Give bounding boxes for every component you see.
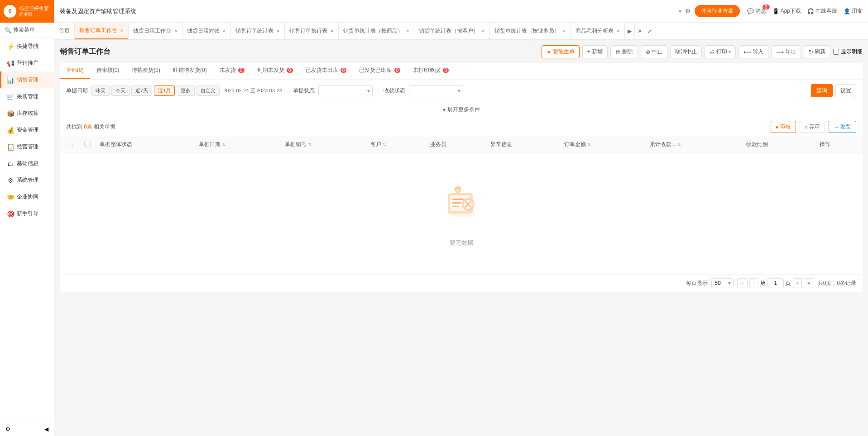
enterprise-icon: 🤝: [7, 194, 14, 201]
settings-icon[interactable]: ⚙: [5, 426, 10, 432]
status-select[interactable]: [318, 85, 373, 96]
show-detail-checkbox-wrapper[interactable]: 显示明细: [833, 48, 863, 56]
sidebar-item-enterprise[interactable]: 🤝 企业协同: [0, 189, 54, 205]
online-service-item[interactable]: 🎧 在线客服: [807, 7, 837, 15]
import-button[interactable]: ⟵ 导入: [739, 45, 768, 58]
sidebar-item-system[interactable]: ⚙ 系统管理: [0, 172, 54, 189]
collapse-icon[interactable]: ◀: [44, 426, 48, 432]
audit-button[interactable]: ● 审核: [771, 121, 796, 133]
th-date[interactable]: 单据日期 ⇅: [194, 137, 280, 152]
date-btn-yesterday[interactable]: 昨天: [91, 85, 110, 96]
date-sort-icon[interactable]: ⇅: [222, 142, 226, 147]
marketing-icon: 📢: [7, 60, 14, 67]
message-item[interactable]: 💬 6 消息: [747, 7, 766, 15]
collected-sort-icon[interactable]: ⇅: [677, 142, 681, 147]
topbar-dropdown-icon[interactable]: ▾: [679, 8, 681, 14]
date-btn-today[interactable]: 今天: [111, 85, 129, 96]
tab-cash-daily-label: 钱货日清工作台: [133, 27, 171, 35]
date-btn-7days[interactable]: 近7天: [131, 85, 152, 96]
export-button[interactable]: ⟶ 导出: [771, 45, 801, 58]
user-item[interactable]: 👤 用友: [844, 7, 863, 15]
sidebar-item-operations[interactable]: 📋 经营管理: [0, 138, 54, 155]
expand-more-button[interactable]: ▾ 展开更多条件: [443, 106, 480, 114]
tab-bar-maximize[interactable]: ⤢: [645, 23, 655, 39]
per-page-select[interactable]: 20 50 100: [711, 278, 734, 288]
date-btn-custom[interactable]: 自定义: [197, 85, 220, 96]
sidebar-item-finance[interactable]: 💰 资金管理: [0, 122, 54, 138]
tab-cash-reconcile[interactable]: 钱货日清对账 ✕: [182, 23, 231, 39]
page-input[interactable]: [767, 278, 784, 288]
th-number[interactable]: 单据编号 ⇅: [280, 137, 366, 152]
stop-button[interactable]: ⊘ 中止: [641, 45, 667, 58]
tab-cash-daily-close[interactable]: ✕: [174, 28, 177, 33]
th-collected[interactable]: 累计收款... ⇅: [645, 137, 742, 152]
th-check[interactable]: [80, 137, 95, 152]
sidebar-item-purchase[interactable]: 🛒 采购管理: [0, 88, 54, 105]
tab-home[interactable]: 首页: [54, 23, 75, 39]
sidebar-item-guide[interactable]: 🎯 新手引导: [0, 205, 54, 222]
tab-cash-reconcile-close[interactable]: ✕: [222, 28, 226, 33]
tab-bar-close-all[interactable]: ✕: [635, 23, 645, 39]
tab-cash-daily[interactable]: 钱货日清工作台 ✕: [129, 23, 182, 39]
show-detail-checkbox[interactable]: [833, 49, 839, 55]
first-page-button[interactable]: «: [737, 278, 748, 288]
tab-sales-summary-staff-label: 销货单统计表（按业务员）: [494, 27, 560, 35]
date-btn-1month[interactable]: 近1月: [154, 85, 175, 96]
app-download-item[interactable]: 📱 App下载: [772, 7, 801, 15]
last-page-button[interactable]: »: [804, 278, 814, 288]
tab-sales-summary-customer-close[interactable]: ✕: [481, 28, 485, 33]
number-sort-icon[interactable]: ⇅: [308, 142, 312, 147]
sidebar-item-quick-nav[interactable]: ⚡ 快捷导航: [0, 38, 54, 55]
sub-tab-pending-review[interactable]: 待审核(0): [90, 63, 126, 79]
sub-tab-all[interactable]: 全部(0): [60, 63, 90, 79]
sub-tab-wangpu[interactable]: 旺铺待发货(0): [167, 63, 213, 79]
sidebar-item-base[interactable]: 🗂 基础信息: [0, 155, 54, 172]
tab-sales-summary-product-close[interactable]: ✕: [406, 28, 409, 33]
sub-tab-expired-not-shipped[interactable]: 到期未发货 0: [251, 63, 299, 79]
cancel-stop-button[interactable]: 取消中止: [670, 45, 702, 58]
refresh-button[interactable]: ↻ 刷新: [804, 45, 830, 58]
sidebar-item-marketing[interactable]: 📢 营销推广: [0, 55, 54, 71]
tab-sales-exec[interactable]: 销售订单执行表 ✕: [285, 23, 339, 39]
sub-tab-shipped-not-out[interactable]: 已发货未出库 0: [299, 63, 353, 79]
tab-sales-workbench[interactable]: 销售订单工作台 ✕: [75, 23, 129, 39]
trial-button[interactable]: 体验行业方案: [695, 5, 740, 17]
tab-margin-analysis-close[interactable]: ✕: [616, 28, 620, 33]
delete-button[interactable]: 🗑 删除: [610, 45, 638, 58]
settings-button[interactable]: 设置: [835, 84, 856, 97]
collect-select[interactable]: [409, 85, 463, 96]
tab-sales-summary-staff[interactable]: 销货单统计表（按业务员） ✕: [490, 23, 571, 39]
tab-sales-stats[interactable]: 销售订单统计表 ✕: [231, 23, 285, 39]
topbar-gear-icon[interactable]: ⚙: [685, 8, 691, 15]
tab-sales-stats-close[interactable]: ✕: [276, 28, 280, 33]
smart-generate-button[interactable]: ★ 智能生单: [542, 45, 580, 58]
th-amount[interactable]: 订单金额 ⇅: [560, 137, 645, 152]
sidebar-logo: 6 畅捷通好生意 标准版: [0, 0, 54, 23]
sidebar-item-inventory[interactable]: 📦 库存核算: [0, 105, 54, 122]
tab-margin-analysis[interactable]: 商品毛利分析表 ✕: [571, 23, 625, 39]
sidebar-search[interactable]: 🔍 搜索菜单: [0, 23, 54, 38]
add-button[interactable]: + 新增: [582, 45, 608, 58]
tab-sales-summary-customer[interactable]: 销货单统计表（按客户） ✕: [414, 23, 490, 39]
query-button[interactable]: 查询: [811, 84, 833, 97]
ship-button[interactable]: → 发货: [829, 121, 856, 133]
tab-arrow-more[interactable]: ▶: [625, 23, 635, 39]
sub-tab-not-printed[interactable]: 未打印单据 0: [407, 63, 455, 79]
select-all-checkbox[interactable]: [84, 141, 91, 147]
sub-tab-shipped-out[interactable]: 已发货已出库 0: [353, 63, 407, 79]
sub-tab-not-shipped[interactable]: 未发货 0: [213, 63, 251, 79]
sub-tab-pending-check[interactable]: 待拣验货(0): [125, 63, 167, 79]
anti-audit-button[interactable]: ○ 弃审: [800, 121, 825, 133]
print-button[interactable]: 🖨 打印 ▾: [705, 45, 736, 58]
tab-sales-workbench-close[interactable]: ✕: [120, 28, 124, 33]
amount-sort-icon[interactable]: ⇅: [587, 142, 591, 147]
next-page-button[interactable]: ›: [793, 278, 802, 288]
sidebar-item-sales[interactable]: 📊 销售管理: [0, 71, 54, 88]
tab-sales-summary-staff-close[interactable]: ✕: [562, 28, 566, 33]
tab-sales-summary-product[interactable]: 销货单统计表（按商品） ✕: [339, 23, 414, 39]
date-btn-more[interactable]: 更多: [177, 85, 195, 96]
customer-sort-icon[interactable]: ⇅: [383, 142, 386, 147]
th-customer[interactable]: 客户 ⇅: [366, 137, 426, 152]
tab-sales-exec-close[interactable]: ✕: [330, 28, 334, 33]
prev-page-button[interactable]: ‹: [749, 278, 758, 288]
